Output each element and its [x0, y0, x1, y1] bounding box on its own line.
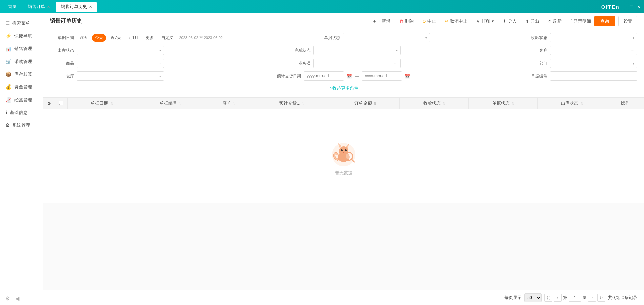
delete-button[interactable]: 🗑 删除 — [396, 17, 416, 26]
product-select[interactable]: ··· — [77, 59, 164, 68]
customer-select[interactable]: ··· — [550, 46, 637, 55]
sidebar-item-operations-label: 经营管理 — [14, 97, 32, 103]
svg-point-9 — [342, 150, 342, 150]
order-status-select[interactable]: ▾ — [343, 33, 430, 42]
next-page-button[interactable]: ⟩ — [588, 294, 596, 302]
system-icon: ⚙ — [5, 122, 10, 128]
th-delivery-date[interactable]: 预计交货... ⇅ — [253, 98, 331, 109]
date-btn-7days[interactable]: 近7天 — [108, 34, 124, 42]
sidebar-item-purchase[interactable]: 🛒 采购管理 — [0, 55, 43, 68]
th-delivery-status[interactable]: 出库状态 ⇅ — [538, 98, 606, 109]
th-order-status[interactable]: 单据状态 ⇅ — [469, 98, 538, 109]
page-label: 第 — [563, 295, 567, 301]
department-select[interactable]: ▾ — [550, 59, 637, 68]
th-payment-status[interactable]: 收款状态 ⇅ — [400, 98, 469, 109]
import-icon: ⬇ — [503, 18, 507, 24]
close-button[interactable]: ✕ — [637, 4, 641, 9]
cancel-stop-button[interactable]: ↩ 取消中止 — [442, 17, 470, 26]
calendar-end-icon[interactable]: 📅 — [405, 74, 410, 79]
th-checkbox[interactable] — [55, 98, 68, 109]
order-status-chevron: ▾ — [425, 36, 427, 40]
tab-sales-order-close[interactable]: ✕ — [47, 5, 50, 9]
sidebar-item-quicknav[interactable]: ⚡ 快捷导航 — [0, 30, 43, 42]
sort-date-icon: ⇅ — [110, 102, 113, 105]
total-records: 共0页, 0条记录 — [608, 295, 637, 301]
per-page-select[interactable]: 10 20 50 100 — [524, 293, 542, 302]
filter-row-3: 商品 ··· 业务员 ··· 部门 ▾ — [50, 59, 637, 68]
show-detail-checkbox[interactable]: 显示明细 — [568, 18, 591, 24]
svg-point-11 — [343, 152, 344, 153]
th-settings[interactable]: ⚙ — [43, 98, 55, 109]
sidebar-item-search[interactable]: ☰ 搜索菜单 — [0, 17, 43, 30]
operations-icon: 📈 — [5, 97, 12, 103]
select-all-checkbox[interactable] — [59, 101, 63, 105]
filter-section: 单据日期 昨天 今天 近7天 近1月 更多 自定义 2023-06-02 至 2… — [43, 29, 644, 97]
sales-icon: 📊 — [5, 46, 12, 52]
last-page-button[interactable]: ⟩⟩ — [597, 294, 605, 302]
tab-sales-order[interactable]: 销售订单 ✕ — [23, 2, 55, 12]
delivery-date-end[interactable] — [362, 71, 402, 81]
tab-bar: 首页 销售订单 ✕ 销售订单历史 ✕ — [3, 2, 601, 12]
brand-logo: OfTEn — [601, 4, 620, 10]
new-button[interactable]: ＋ + 新增 — [370, 17, 393, 26]
minimize-button[interactable]: ─ — [623, 4, 626, 9]
sidebar-item-sales[interactable]: 📊 销售管理 — [0, 42, 43, 55]
collapse-row[interactable]: ∧ 收起更多条件 — [50, 84, 637, 93]
sidebar-item-finance[interactable]: 💰 资金管理 — [0, 81, 43, 93]
order-status-label: 单据状态 — [316, 35, 343, 41]
sidebar-item-inventory[interactable]: 📦 库存核算 — [0, 68, 43, 81]
stop-button[interactable]: ⊘ 中止 — [420, 17, 439, 26]
tab-home[interactable]: 首页 — [3, 2, 22, 12]
sidebar-collapse-icon[interactable]: ◀ — [15, 295, 19, 302]
svg-point-8 — [345, 149, 347, 151]
settings-button[interactable]: 设置 — [618, 16, 637, 26]
th-customer[interactable]: 客户 ⇅ — [205, 98, 253, 109]
sidebar-settings-icon[interactable]: ⚙ — [5, 295, 10, 302]
sort-customer-icon: ⇅ — [233, 102, 236, 105]
print-button[interactable]: 🖨 打印 ▾ — [473, 17, 497, 26]
first-page-button[interactable]: ⟨⟨ — [544, 294, 552, 302]
svg-point-7 — [341, 149, 343, 151]
th-date[interactable]: 单据日期 ⇅ — [68, 98, 136, 109]
export-button[interactable]: ⬆ 导出 — [523, 17, 542, 26]
date-btn-yesterday[interactable]: 昨天 — [77, 34, 91, 42]
new-icon: ＋ — [372, 18, 377, 24]
salesperson-select[interactable]: ··· — [313, 59, 401, 68]
calendar-start-icon[interactable]: 📅 — [347, 74, 352, 79]
sidebar-item-basic-info[interactable]: ℹ 基础信息 — [0, 106, 43, 119]
sidebar-item-operations[interactable]: 📈 经营管理 — [0, 93, 43, 106]
date-btn-today[interactable]: 今天 — [92, 34, 106, 42]
complete-status-select[interactable]: ▾ — [313, 46, 401, 55]
date-btn-custom[interactable]: 自定义 — [158, 34, 176, 42]
sidebar-item-inventory-label: 库存核算 — [14, 71, 32, 77]
warehouse-dots: ··· — [157, 74, 161, 79]
delivery-status-select[interactable]: ▾ — [77, 46, 164, 55]
date-btn-1month[interactable]: 近1月 — [125, 34, 142, 42]
date-btn-more[interactable]: 更多 — [143, 34, 157, 42]
product-dots: ··· — [157, 61, 161, 66]
top-bar: 首页 销售订单 ✕ 销售订单历史 ✕ OfTEn ─ ❐ ✕ — [0, 0, 644, 13]
delivery-date-start[interactable] — [304, 71, 344, 81]
order-number-input[interactable] — [550, 71, 637, 81]
prev-page-button[interactable]: ⟨ — [554, 294, 562, 302]
payment-status-select[interactable]: ▾ — [550, 33, 637, 42]
search-button[interactable]: 查询 — [594, 16, 615, 26]
show-detail-input[interactable] — [568, 19, 572, 23]
page-input[interactable] — [569, 294, 581, 302]
customer-label: 客户 — [523, 48, 550, 53]
th-amount[interactable]: 订单金额 ⇅ — [331, 98, 400, 109]
th-number[interactable]: 单据编号 ⇅ — [136, 98, 205, 109]
collapse-up-icon: ∧ — [329, 85, 332, 91]
tab-sales-history[interactable]: 销售订单历史 ✕ — [56, 2, 97, 12]
sidebar-item-basic-info-label: 基础信息 — [10, 110, 28, 116]
table-header-row: ⚙ 单据日期 ⇅ 单据编号 ⇅ — [43, 98, 644, 109]
import-button[interactable]: ⬇ 导入 — [500, 17, 519, 26]
sidebar-item-sales-label: 销售管理 — [14, 46, 32, 52]
refresh-button[interactable]: ↻ 刷新 — [545, 17, 564, 26]
restore-button[interactable]: ❐ — [630, 4, 634, 9]
warehouse-select[interactable]: ··· — [77, 71, 164, 81]
tab-sales-history-close[interactable]: ✕ — [89, 5, 92, 9]
sidebar-item-system[interactable]: ⚙ 系统管理 — [0, 119, 43, 132]
empty-illustration-icon — [327, 136, 360, 170]
date-filter-value: 昨天 今天 近7天 近1月 更多 自定义 2023-06-02 至 2023-0… — [77, 34, 223, 42]
